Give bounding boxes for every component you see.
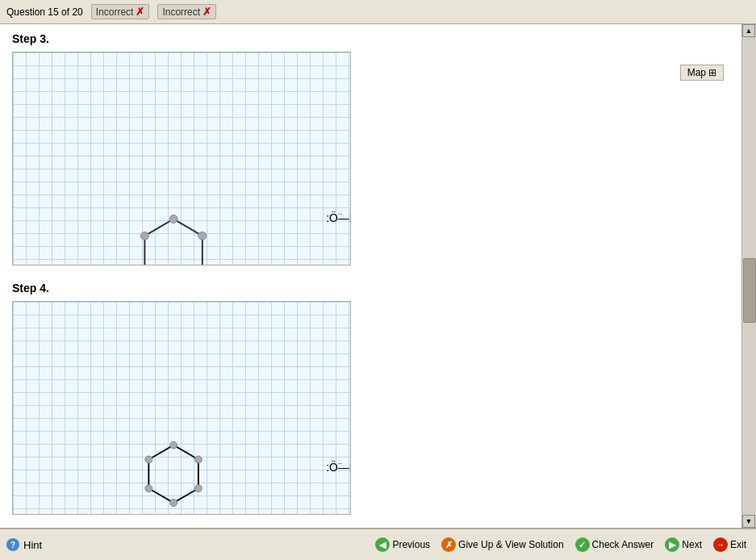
give-up-button[interactable]: ✗ Give Up & View Solution	[438, 536, 567, 554]
step-3-molecule-svg: :Ö—H ··	[13, 52, 350, 265]
map-label: Map	[687, 67, 706, 78]
question-label: Question 15 of 20	[6, 6, 83, 18]
svg-point-15	[145, 456, 152, 463]
give-up-icon: ✗	[441, 537, 456, 552]
step-3-label: Step 3.	[12, 32, 729, 45]
previous-icon: ◀	[375, 537, 390, 552]
svg-marker-0	[144, 219, 202, 265]
svg-point-2	[198, 232, 207, 240]
next-label: Next	[682, 539, 702, 550]
map-icon: ⊞	[708, 67, 716, 78]
check-answer-button[interactable]: ✓ Check Answer	[572, 536, 658, 554]
attempt-1-label: Incorrect	[96, 6, 134, 18]
main-area: Map ⊞ Step 3.	[0, 24, 756, 528]
previous-button[interactable]: ◀ Previous	[372, 536, 433, 554]
next-button[interactable]: ▶ Next	[662, 536, 705, 554]
hint-label[interactable]: Hint	[23, 539, 42, 551]
previous-label: Previous	[392, 539, 430, 550]
step-4-molecule-svg: :Ö—H ··	[13, 302, 350, 514]
check-answer-label: Check Answer	[592, 539, 654, 550]
step-4-grid[interactable]: :Ö—H ··	[12, 301, 351, 515]
next-icon: ▶	[665, 537, 679, 552]
exit-button[interactable]: → Exit	[710, 536, 750, 554]
svg-point-13	[170, 499, 178, 507]
attempt-1-icon: ✗	[136, 6, 144, 18]
attempt-2-icon: ✗	[203, 6, 211, 18]
bottom-toolbar: ? Hint ◀ Previous ✗ Give Up & View Solut…	[0, 528, 756, 560]
nav-buttons: ◀ Previous ✗ Give Up & View Solution ✓ C…	[372, 536, 750, 554]
attempt-2-label: Incorrect	[162, 6, 200, 18]
exit-label: Exit	[730, 539, 746, 550]
svg-text:··: ··	[338, 458, 343, 467]
scrollbar-area: ▲ ▼	[741, 24, 756, 528]
step-3-section: Step 3. :Ö—H ··	[12, 32, 729, 265]
svg-point-1	[169, 215, 178, 223]
svg-marker-9	[148, 445, 198, 503]
step-3-grid[interactable]: :Ö—H ··	[12, 52, 351, 265]
svg-point-6	[140, 232, 148, 240]
svg-point-11	[194, 456, 202, 463]
attempt-2-badge: Incorrect ✗	[157, 4, 216, 19]
svg-point-14	[145, 485, 152, 492]
scroll-up-button[interactable]: ▲	[742, 24, 755, 37]
attempt-1-badge: Incorrect ✗	[91, 4, 150, 19]
scroll-down-button[interactable]: ▼	[742, 515, 755, 528]
check-answer-icon: ✓	[575, 537, 590, 552]
svg-point-12	[194, 485, 202, 492]
hint-icon: ?	[6, 538, 19, 551]
top-bar: Question 15 of 20 Incorrect ✗ Incorrect …	[0, 0, 756, 24]
step-4-label: Step 4.	[12, 282, 729, 295]
content-panel: Map ⊞ Step 3.	[0, 24, 741, 528]
step-4-section: Step 4. :Ö—H ··	[12, 282, 729, 515]
exit-icon: →	[713, 537, 728, 552]
svg-text:··: ··	[338, 209, 343, 218]
svg-point-10	[170, 441, 178, 449]
give-up-label: Give Up & View Solution	[458, 539, 564, 550]
map-button[interactable]: Map ⊞	[680, 65, 724, 81]
hint-area: ? Hint	[6, 538, 42, 551]
scrollbar-thumb[interactable]	[743, 258, 756, 323]
